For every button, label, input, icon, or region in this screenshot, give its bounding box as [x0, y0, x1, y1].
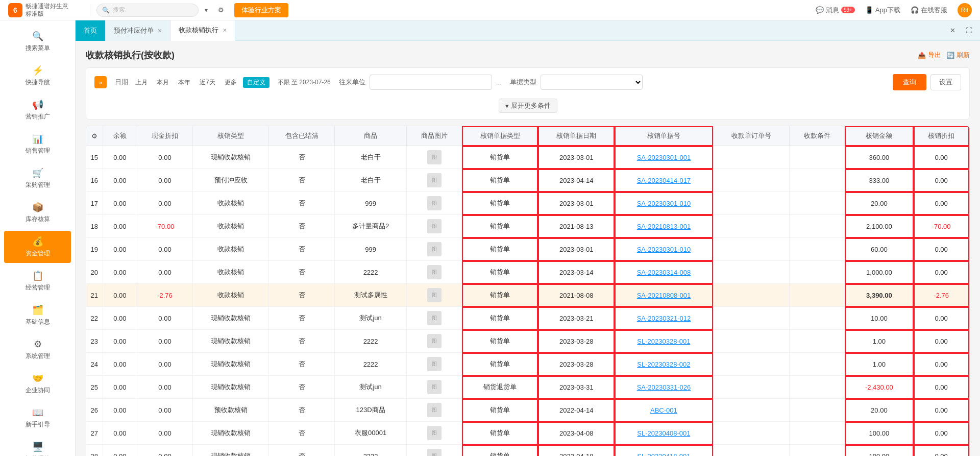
tab-receipt-verify[interactable]: 收款核销执行 ×: [170, 20, 235, 41]
cell-verify-bill-type: 销货单: [462, 238, 538, 261]
cell-receipt-order-no: [713, 330, 790, 353]
th-settings[interactable]: ⚙: [86, 126, 103, 146]
last-7days-btn[interactable]: 近7天: [197, 77, 218, 88]
tab-receipt-verify-close[interactable]: ×: [223, 26, 227, 34]
verify-bill-no-link[interactable]: ABC-001: [650, 406, 677, 414]
cell-verify-discount: 0.00: [914, 422, 969, 445]
cell-balance: 0.00: [103, 330, 137, 353]
messages-btn[interactable]: 💬 消息 99+: [816, 6, 855, 15]
sidebar-item-enterprise[interactable]: 🤝 企业协同: [4, 368, 71, 400]
sidebar-item-purchase[interactable]: 🛒 采购管理: [4, 162, 71, 195]
sidebar-item-basic-info[interactable]: 🗂️ 基础信息: [4, 299, 71, 331]
sidebar-item-label: 资金管理: [26, 249, 50, 258]
sidebar-item-search[interactable]: 🔍 搜索菜单: [4, 26, 71, 58]
sidebar-item-operations[interactable]: 📋 经营管理: [4, 265, 71, 297]
expand-conditions-btn[interactable]: ▾ 展开更多条件: [499, 99, 557, 113]
refresh-button[interactable]: 🔄 刷新: [946, 51, 970, 60]
cell-cash-discount: 0.00: [137, 330, 193, 353]
last-month-btn[interactable]: 上月: [132, 77, 151, 88]
verify-bill-no-link[interactable]: SA-20210808-001: [637, 292, 691, 299]
top-search-bar[interactable]: 🔍 搜索: [96, 4, 199, 17]
sidebar-item-sales[interactable]: 📊 销售管理: [4, 128, 71, 160]
cell-include-settled: 否: [269, 238, 335, 261]
setting-button[interactable]: 设置: [930, 74, 961, 90]
verify-bill-no-link[interactable]: SL-20230418-001: [637, 452, 690, 457]
table-scroll-area[interactable]: ⚙ 余额 现金折扣 核销类型 包含已结清 商品 商品图片 核销单据类型 核销单据…: [86, 126, 969, 456]
cell-verify-discount: 0.00: [914, 330, 969, 353]
page-header: 收款核销执行(按收款) 📤 导出 🔄 刷新: [86, 49, 970, 61]
cell-balance: 0.00: [103, 238, 137, 261]
custom-date-btn[interactable]: 自定义: [243, 77, 270, 88]
sidebar-item-guide[interactable]: 📖 新手引导: [4, 402, 71, 434]
maximize-icon[interactable]: ⛶: [962, 23, 976, 38]
sidebar-item-label: 快捷导航: [26, 78, 50, 87]
cell-verify-bill-type: 销货单: [462, 146, 538, 169]
sidebar-item-hardware[interactable]: 🖥️ 智能硬件: [4, 436, 71, 456]
this-month-btn[interactable]: 本月: [154, 77, 172, 88]
table-row: 250.000.00现销收款核销否测试jun图销货退货单2023-03-31SA…: [86, 376, 969, 399]
close-tab-icon[interactable]: ✕: [945, 23, 960, 38]
cell-verify-discount: -70.00: [914, 215, 969, 238]
cell-cash-discount: 0.00: [137, 353, 193, 376]
app-download-btn[interactable]: 📱 App下载: [865, 6, 900, 15]
cell-verify-bill-no: SA-20230301-010: [615, 192, 713, 215]
cell-verify-bill-type: 销货单: [462, 169, 538, 192]
cell-balance: 0.00: [103, 422, 137, 445]
verify-bill-no-link[interactable]: SA-20230314-008: [637, 269, 691, 276]
cell-receipt-order-no: [713, 169, 790, 192]
export-button[interactable]: 📤 导出: [918, 51, 941, 60]
cell-balance: 0.00: [103, 284, 137, 307]
tab-prepay[interactable]: 预付冲应付单 ×: [106, 20, 170, 41]
settings-icon-btn[interactable]: ⚙: [214, 3, 228, 17]
app-icon: 📱: [865, 6, 873, 14]
cell-verify-bill-date: 2023-03-31: [538, 376, 615, 399]
verify-bill-no-link[interactable]: SA-20210813-001: [637, 223, 691, 230]
verify-bill-no-link[interactable]: SL-20230328-002: [637, 361, 690, 368]
tab-home[interactable]: 首页: [76, 20, 106, 41]
voucher-type-select[interactable]: [541, 75, 643, 90]
verify-bill-no-link[interactable]: SL-20230408-001: [637, 429, 690, 437]
cell-verify-bill-date: 2023-04-08: [538, 422, 615, 445]
dropdown-button[interactable]: ▾: [205, 7, 208, 14]
trial-button[interactable]: 体验行业方案: [234, 3, 288, 17]
cell-balance: 0.00: [103, 169, 137, 192]
sidebar-item-finance[interactable]: 💰 资金管理: [4, 231, 71, 263]
cell-receipt-condition: [789, 422, 845, 445]
this-year-btn[interactable]: 本年: [175, 77, 193, 88]
verify-bill-no-link[interactable]: SA-20230321-012: [637, 315, 691, 322]
partner-separator: ...: [496, 79, 502, 86]
cell-cash-discount: 0.00: [137, 261, 193, 284]
sidebar-item-marketing[interactable]: 📢 营销推广: [4, 94, 71, 126]
cell-verify-bill-no: SA-20210808-001: [615, 284, 713, 307]
cell-include-settled: 否: [269, 169, 335, 192]
verify-bill-no-link[interactable]: SA-20230301-001: [637, 154, 691, 161]
date-range-text: 不限 至 2023-07-26: [278, 78, 331, 87]
table-row: 150.000.00现销收款核销否老白干图销货单2023-03-01SA-202…: [86, 146, 969, 169]
more-date-btn[interactable]: 更多: [222, 77, 240, 88]
messages-label: 消息: [826, 6, 839, 15]
verify-bill-no-link[interactable]: SA-20230331-026: [637, 383, 691, 391]
th-receipt-order-no: 收款单订单号: [713, 126, 790, 146]
tab-prepay-close[interactable]: ×: [158, 27, 162, 35]
query-button[interactable]: 查询: [893, 74, 926, 90]
sidebar-item-system[interactable]: ⚙ 系统管理: [4, 333, 71, 366]
verify-bill-no-link[interactable]: SA-20230301-010: [637, 200, 691, 207]
cell-goods-img: 图: [406, 307, 462, 330]
collapse-btn[interactable]: »: [94, 76, 107, 88]
user-avatar[interactable]: Rit: [958, 3, 972, 17]
cell-receipt-order-no: [713, 353, 790, 376]
cell-row-num: 25: [86, 376, 103, 399]
cell-receipt-condition: [789, 146, 845, 169]
cell-verify-discount: 0.00: [914, 261, 969, 284]
cell-verify-discount: 0.00: [914, 192, 969, 215]
message-icon: 💬: [816, 6, 824, 14]
verify-bill-no-link[interactable]: SA-20230301-010: [637, 246, 691, 253]
cell-receipt-condition: [789, 261, 845, 284]
sidebar-item-shortcuts[interactable]: ⚡ 快捷导航: [4, 60, 71, 92]
verify-bill-no-link[interactable]: SL-20230328-001: [637, 338, 690, 345]
divider: [90, 4, 90, 16]
partner-input[interactable]: [370, 75, 492, 90]
verify-bill-no-link[interactable]: SA-20230414-017: [637, 177, 691, 184]
online-service-btn[interactable]: 🎧 在线客服: [911, 6, 947, 15]
sidebar-item-inventory[interactable]: 📦 库存核算: [4, 197, 71, 229]
